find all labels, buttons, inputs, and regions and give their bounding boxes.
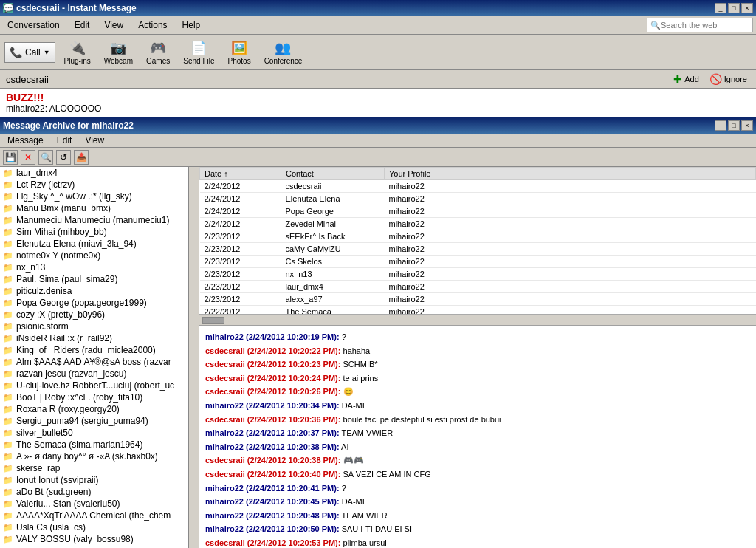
menu-help[interactable]: Help xyxy=(178,19,205,31)
export-button[interactable]: 📤 xyxy=(74,150,89,165)
list-item[interactable]: 📁psionic.storm xyxy=(0,321,199,332)
table-row[interactable]: 2/22/2012The Semacamihairo22 xyxy=(200,306,756,315)
hscroll-thumb[interactable] xyxy=(202,317,224,324)
cell-date: 2/24/2012 xyxy=(200,193,281,205)
list-item[interactable]: 📁Popa George (popa.george1999) xyxy=(0,297,199,309)
cell-profile: mihairo22 xyxy=(385,268,756,281)
photos-button[interactable]: 🖼️ Photos xyxy=(224,38,255,66)
archive-maximize-button[interactable]: □ xyxy=(728,120,740,131)
chat-text: AI xyxy=(341,442,348,451)
list-item[interactable]: 📁Manumeciu Manumeciu (manumeciu1) xyxy=(0,214,199,226)
table-row[interactable]: 2/23/2012alexx_a97mihairo22 xyxy=(200,293,756,306)
list-item[interactable]: 📁cozy :X (pretty_b0y96) xyxy=(0,309,199,321)
send-file-button[interactable]: 📄 Send File xyxy=(179,38,219,66)
list-item[interactable]: 📁piticulz.denisa xyxy=(0,285,199,297)
archive-minimize-button[interactable]: _ xyxy=(715,120,726,131)
table-row[interactable]: 2/23/2012laur_dmx4mihairo22 xyxy=(200,281,756,293)
list-item[interactable]: 📁silver_bullet50 xyxy=(0,427,199,439)
chat-text: 🎮🎮 xyxy=(343,456,364,465)
add-button[interactable]: ✚ Add xyxy=(670,72,702,86)
list-item[interactable]: 📁Lct Rzv (lctrzv) xyxy=(0,179,199,191)
contact-name-text: Sergiu_puma94 (sergiu_puma94) xyxy=(16,416,148,426)
games-button[interactable]: 🎮 Games xyxy=(142,38,174,66)
list-item[interactable]: 📁VALY BOSSU (valy_bossu98) xyxy=(0,533,199,545)
menu-edit[interactable]: Edit xyxy=(70,19,94,31)
ignore-button[interactable]: 🚫 Ignore xyxy=(707,72,750,86)
list-item[interactable]: 📁razvan jescu (razvan_jescu) xyxy=(0,368,199,380)
chat-message: mihairo22 (2/24/2012 10:20:50 PM): SAU I… xyxy=(205,523,750,536)
plugins-button[interactable]: 🔌 Plug-ins xyxy=(60,38,95,66)
contact-folder-icon: 📁 xyxy=(3,168,13,178)
list-item[interactable]: 📁Valeriu... Stan (svaleriu50) xyxy=(0,498,199,510)
list-item[interactable]: 📁Sim Mihai (mihboy_bb) xyxy=(0,226,199,238)
contact-folder-icon: 📁 xyxy=(3,535,13,544)
plugins-label: Plug-ins xyxy=(64,57,91,65)
list-item[interactable]: 📁A »- ø dany boy^° ø -«A (sk.haxb0x) xyxy=(0,451,199,462)
list-item[interactable]: 📁Llg_Sky ^_^ wOw .:* (llg_sky) xyxy=(0,191,199,202)
contact-folder-icon: 📁 xyxy=(3,428,13,438)
col-profile[interactable]: Your Profile xyxy=(385,168,756,180)
minimize-button[interactable]: _ xyxy=(715,3,726,13)
archive-close-button[interactable]: × xyxy=(741,120,753,131)
list-item[interactable]: 📁King_of_ Riders (radu_miclea2000) xyxy=(0,344,199,356)
col-contact[interactable]: Contact xyxy=(281,168,385,180)
menu-actions[interactable]: Actions xyxy=(134,19,171,31)
close-button[interactable]: × xyxy=(741,3,753,13)
table-row[interactable]: 2/23/2012sEEkEr^ Is Backmihairo22 xyxy=(200,230,756,243)
list-item[interactable]: 📁Usla Cs (usla_cs) xyxy=(0,521,199,533)
search-input[interactable] xyxy=(661,21,749,30)
table-hscrollbar[interactable] xyxy=(199,315,756,325)
ignore-label: Ignore xyxy=(724,75,747,83)
contact-folder-icon: 📁 xyxy=(3,192,13,202)
conference-button[interactable]: 👥 Conference xyxy=(260,38,307,66)
delete-button[interactable]: ✕ xyxy=(21,150,35,165)
call-dropdown-icon[interactable]: ▼ xyxy=(44,49,50,56)
table-row[interactable]: 2/23/2012Cs Skelosmihairo22 xyxy=(200,256,756,268)
table-row[interactable]: 2/23/2012caMy CaMylZUmihairo22 xyxy=(200,243,756,256)
list-item[interactable]: 📁BooT | Roby :x^cL. (roby_fifa10) xyxy=(0,391,199,403)
list-item[interactable]: 📁AAAA*XqTr'AAAA Chemical (the_chem xyxy=(0,510,199,521)
list-item[interactable]: 📁Roxana R (roxy.georgy20) xyxy=(0,403,199,415)
list-item[interactable]: 📁aDo Bt (sud.green) xyxy=(0,486,199,498)
contact-folder-icon: 📁 xyxy=(3,393,13,403)
list-item[interactable]: 📁skerse_rap xyxy=(0,462,199,474)
list-item[interactable]: 📁Alm $AAA$ AAD A¥®@sA boss (razvar xyxy=(0,356,199,368)
chat-message: csdecsraii (2/24/2012 10:20:22 PM): haha… xyxy=(205,345,750,358)
archive-menu-message[interactable]: Message xyxy=(3,134,48,146)
contact-folder-icon: 📁 xyxy=(3,511,13,521)
table-row[interactable]: 2/24/2012csdecsraiimihairo22 xyxy=(200,180,756,193)
list-item[interactable]: 📁Manu Bmx (manu_bmx) xyxy=(0,202,199,214)
list-item[interactable]: 📁Paul. Sima (paul_sima29) xyxy=(0,273,199,285)
cell-date: 2/23/2012 xyxy=(200,293,281,306)
save-button[interactable]: 💾 xyxy=(3,150,18,165)
search-archive-button[interactable]: 🔍 xyxy=(38,150,53,165)
table-row[interactable]: 2/24/2012Elenutza Elenamihairo22 xyxy=(200,193,756,205)
webcam-button[interactable]: 📷 Webcam xyxy=(100,38,137,66)
list-item[interactable]: 📁U-cluj-love.hz RobberT...ucluj (robert_… xyxy=(0,380,199,391)
contact-list-scrollbar[interactable] xyxy=(188,167,199,548)
refresh-button[interactable]: ↺ xyxy=(56,150,71,165)
list-item[interactable]: 📁iNsideR Rail :x (r_rail92) xyxy=(0,332,199,344)
archive-menu-edit[interactable]: Edit xyxy=(52,134,77,146)
menu-conversation[interactable]: Conversation xyxy=(3,19,64,31)
contact-name-text: BooT | Roby :x^cL. (roby_fifa10) xyxy=(16,392,142,403)
list-item[interactable]: 📁nx_n13 xyxy=(0,261,199,273)
list-item[interactable]: 📁notme0x Y (notme0x) xyxy=(0,250,199,261)
col-date[interactable]: Date ↑ xyxy=(200,168,281,180)
contact-folder-icon: 📁 xyxy=(3,476,13,485)
call-button[interactable]: 📞 Call ▼ xyxy=(4,42,55,63)
send-file-label: Send File xyxy=(183,57,214,65)
table-row[interactable]: 2/24/2012Popa Georgemihairo22 xyxy=(200,205,756,218)
table-row[interactable]: 2/23/2012nx_n13mihairo22 xyxy=(200,268,756,281)
table-row[interactable]: 2/24/2012Zevedei Mihaimihairo22 xyxy=(200,218,756,230)
menu-view[interactable]: View xyxy=(100,19,128,31)
list-item[interactable]: 📁Ionut Ionut (ssvipraii) xyxy=(0,474,199,486)
archive-menu-view[interactable]: View xyxy=(80,134,109,146)
list-item[interactable]: 📁Elenutza Elena (miavi_3la_94) xyxy=(0,238,199,250)
chat-text: boule faci pe desteptul si esti prost de… xyxy=(343,415,501,424)
maximize-button[interactable]: □ xyxy=(728,3,740,13)
list-item[interactable]: 📁laur_dmx4 xyxy=(0,167,199,179)
list-item[interactable]: 📁Sergiu_puma94 (sergiu_puma94) xyxy=(0,415,199,427)
chat-message: mihairo22 (2/24/2012 10:20:37 PM): TEAM … xyxy=(205,427,750,440)
list-item[interactable]: 📁The Semaca (sima.marian1964) xyxy=(0,439,199,451)
